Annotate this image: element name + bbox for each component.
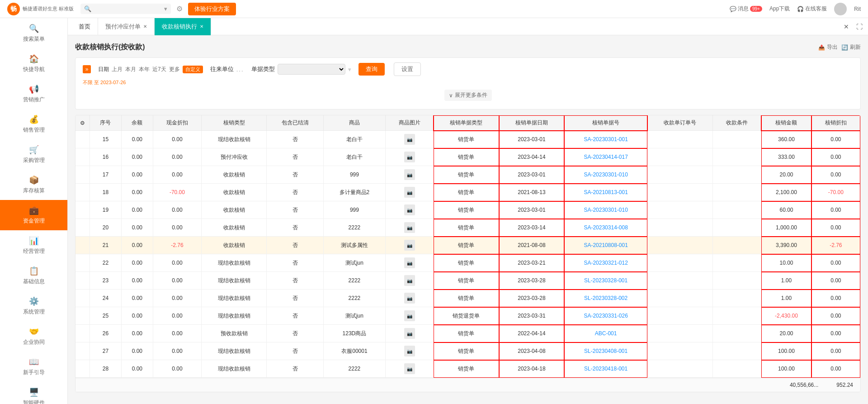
refresh-icon: 🔄 [841,44,848,51]
close-icon[interactable]: ✕ [143,24,147,29]
tab-actions: ✕ ⛶ [842,21,864,32]
writeoff-no-link[interactable]: SL-20230418-001 [584,366,627,372]
sidebar-item-system[interactable]: ⚙️ 系统管理 [0,291,67,321]
cell-writeoff-doc-type: 销货单 [434,290,499,307]
chevron-down-icon: ∨ [449,92,453,99]
date-this-year[interactable]: 本年 [139,66,150,73]
writeoff-no-link[interactable]: SA-20230314-008 [584,224,627,231]
app-download[interactable]: App下载 [769,5,790,13]
message-area[interactable]: 💬 消息 99+ [730,5,762,13]
close-icon[interactable]: ✕ [200,24,203,29]
cell-product-image: 📷 [385,307,434,325]
cell-balance: 0.00 [121,201,153,219]
sidebar-item-purchase[interactable]: 🛒 采购管理 [0,139,67,170]
writeoff-no-link[interactable]: SA-20230414-017 [584,154,627,160]
col-settings[interactable]: ⚙ [75,115,90,131]
sidebar-item-marketing[interactable]: 📢 营销推广 [0,79,67,109]
logo-text: 畅捷通谱好生意 标准版 [23,5,74,12]
writeoff-no-link[interactable]: SL-20230408-001 [584,348,627,354]
cell-settings [75,219,90,237]
cell-product: 999 [324,201,385,219]
sidebar-item-label: 采购管理 [23,157,45,164]
finance-icon: 💼 [29,205,39,215]
sidebar-item-finance[interactable]: 💼 资金管理 [0,200,67,230]
col-writeoff-discount: 核销折扣 [811,115,860,131]
hardware-icon: 🖥️ [29,387,39,397]
cell-writeoff-no[interactable]: SL-20230328-001 [564,272,647,290]
sidebar-item-basic[interactable]: 📋 基础信息 [0,261,67,291]
expand-arrow-button[interactable]: » [83,65,91,73]
sidebar-item-cooperation[interactable]: 🤝 企业协同 [0,321,67,352]
cell-writeoff-date: 2023-03-21 [499,254,564,272]
avatar[interactable] [834,3,847,15]
sidebar-item-inventory[interactable]: 📦 库存核算 [0,170,67,200]
sidebar-item-search[interactable]: 🔍 搜索菜单 [0,18,67,48]
writeoff-no-link[interactable]: SL-20230328-002 [584,295,627,301]
cell-writeoff-no[interactable]: SA-20230301-010 [564,166,647,184]
sidebar-item-quicknav[interactable]: 🏠 快捷导航 [0,48,67,79]
sidebar-item-guide[interactable]: 📖 新手引导 [0,352,67,382]
top-search-area: 🔍 ▾ [80,4,171,14]
cell-balance: 0.00 [121,184,153,201]
writeoff-no-link[interactable]: ABC-001 [595,330,617,337]
writeoff-no-link[interactable]: SA-20230301-010 [584,207,627,213]
cell-product: 老白干 [324,148,385,166]
gear-icon[interactable]: ⚙ [176,5,183,13]
tab-prepay-label: 预付冲应付单 [105,23,141,31]
cell-writeoff-amount: 360.00 [761,131,811,148]
page-title-area: 收款核销执行(按收款) 📤 导出 🔄 刷新 [75,43,861,52]
sidebar-item-operations[interactable]: 📊 经营管理 [0,230,67,261]
cell-writeoff-no[interactable]: SA-20210808-001 [564,237,647,254]
cell-writeoff-no[interactable]: SA-20230331-026 [564,307,647,325]
tab-home[interactable]: 首页 [71,18,98,35]
date-this-month[interactable]: 本月 [125,66,136,73]
cell-writeoff-no[interactable]: SA-20230314-008 [564,219,647,237]
cell-writeoff-no[interactable]: SL-20230408-001 [564,342,647,360]
cell-writeoff-no[interactable]: SA-20230301-010 [564,201,647,219]
cell-cash-discount: -70.00 [153,184,201,201]
cell-writeoff-no[interactable]: SL-20230328-002 [564,290,647,307]
date-7days[interactable]: 近7天 [152,66,166,73]
cell-writeoff-date: 2021-08-08 [499,237,564,254]
custom-date-button[interactable]: 自定义 [183,66,203,73]
logo-area: 畅 畅捷通谱好生意 标准版 [7,3,75,15]
cell-writeoff-no[interactable]: SA-20210813-001 [564,184,647,201]
writeoff-no-link[interactable]: SL-20230328-001 [584,277,627,284]
tab-prepay[interactable]: 预付冲应付单 ✕ [98,18,155,35]
writeoff-no-link[interactable]: SA-20230301-010 [584,171,627,178]
industry-solution-button[interactable]: 体验行业方案 [188,3,236,15]
cell-balance: 0.00 [121,237,153,254]
writeoff-no-link[interactable]: SA-20230331-026 [584,313,627,319]
cell-writeoff-no[interactable]: ABC-001 [564,325,647,342]
date-more[interactable]: 更多 [169,66,180,73]
maximize-button[interactable]: ⛶ [854,21,864,32]
writeoff-no-link[interactable]: SA-20210808-001 [584,242,627,248]
cell-writeoff-no[interactable]: SA-20230321-012 [564,254,647,272]
expand-more-button[interactable]: ∨ 展开更多条件 [444,90,492,101]
setting-button[interactable]: 设置 [394,62,421,76]
col-product-image: 商品图片 [385,115,434,131]
refresh-button[interactable]: 🔄 刷新 [841,43,861,51]
cell-writeoff-no[interactable]: SA-20230301-001 [564,131,647,148]
online-service[interactable]: 🎧 在线客服 [797,5,827,13]
export-button[interactable]: 📤 导出 [818,43,838,51]
sidebar-item-hardware[interactable]: 🖥️ 智能硬件 [0,382,67,404]
minimize-button[interactable]: ✕ [842,21,851,32]
date-last-month[interactable]: 上月 [112,66,123,73]
writeoff-no-link[interactable]: SA-20230321-012 [584,260,627,266]
system-icon: ⚙️ [29,296,39,306]
cell-writeoff-no[interactable]: SA-20230414-017 [564,148,647,166]
sidebar-item-sales[interactable]: 💰 销售管理 [0,109,67,139]
query-button[interactable]: 查询 [359,63,385,76]
cell-settings [75,342,90,360]
doc-type-select[interactable] [278,64,345,75]
cell-writeoff-discount: 0.00 [811,342,860,360]
search-bar[interactable]: 🔍 ▾ [80,4,171,14]
cell-no: 22 [90,254,122,272]
writeoff-no-link[interactable]: SA-20210813-001 [584,189,627,195]
cell-writeoff-no[interactable]: SL-20230418-001 [564,360,647,378]
writeoff-no-link[interactable]: SA-20230301-001 [584,136,627,143]
cell-include-settled: 否 [267,360,324,378]
sidebar-item-label: 营销推广 [23,96,45,104]
tab-receipt[interactable]: 收款核销执行 ✕ [155,18,211,35]
